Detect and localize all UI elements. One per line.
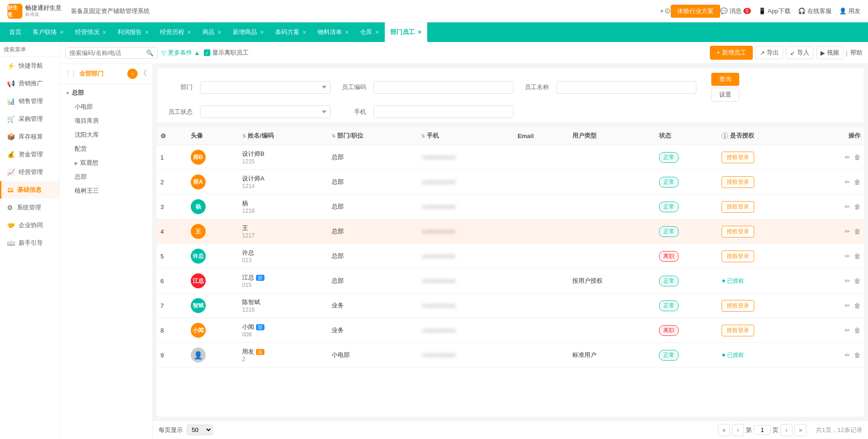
system-dropdown-icon[interactable]: ▼: [659, 8, 664, 14]
delete-icon[interactable]: 🗑: [854, 327, 861, 334]
dept-filter-select[interactable]: [200, 81, 331, 94]
tab-goods-close[interactable]: ✕: [217, 29, 222, 35]
delete-icon[interactable]: 🗑: [854, 153, 861, 161]
auth-info-icon[interactable]: ℹ: [722, 132, 728, 139]
export-btn[interactable]: ↗ 导出: [756, 46, 783, 59]
next-page-btn[interactable]: ›: [780, 424, 792, 436]
emp-name-input[interactable]: [556, 81, 696, 94]
tab-warehouse[interactable]: 仓库 ✕: [354, 22, 385, 42]
auth-btn[interactable]: 授权登录: [722, 300, 754, 312]
first-page-btn[interactable]: «: [718, 424, 730, 436]
auth-btn[interactable]: 授权登录: [722, 226, 754, 237]
dept-node-small-elec[interactable]: 小电部: [60, 100, 153, 114]
auth-btn[interactable]: 授权登录: [722, 251, 754, 262]
more-filter-btn[interactable]: ▽ 更多条件 ▲: [161, 49, 200, 57]
page-size-select[interactable]: 50 20 100: [187, 425, 213, 435]
delete-icon[interactable]: 🗑: [854, 252, 861, 260]
sidebar-item-inventory[interactable]: 📦 库存核算: [0, 128, 59, 146]
edit-icon[interactable]: ✏: [845, 302, 850, 309]
query-btn[interactable]: 查询: [711, 73, 739, 86]
tab-barcode-close[interactable]: ✕: [302, 29, 306, 35]
settings-icon[interactable]: ⚙: [664, 7, 671, 15]
tab-profit-close[interactable]: ✕: [145, 29, 149, 35]
tab-bom-close[interactable]: ✕: [345, 29, 349, 35]
user-menu[interactable]: 👤 用友: [839, 7, 861, 15]
emp-code-input[interactable]: [374, 81, 514, 94]
dept-node-project[interactable]: 项目库房: [60, 114, 153, 128]
last-page-btn[interactable]: »: [794, 424, 806, 436]
col-dept[interactable]: ⇅ 部门/职位: [328, 127, 417, 145]
search-icon[interactable]: 🔍: [146, 49, 153, 56]
show-resigned-toggle[interactable]: ✓ 显示离职员工: [204, 49, 249, 57]
delete-icon[interactable]: 🗑: [854, 178, 861, 186]
edit-icon[interactable]: ✏: [845, 203, 850, 210]
sidebar-item-collab[interactable]: 🤝 企业协同: [0, 216, 59, 234]
tab-new-goods[interactable]: 新增商品 ✕: [227, 22, 270, 42]
add-employee-btn[interactable]: + 新增员工: [710, 46, 752, 60]
sidebar-item-finance[interactable]: 💰 资金管理: [0, 146, 59, 163]
tab-customer[interactable]: 客户联络 ✕: [27, 22, 69, 42]
sidebar-search-input[interactable]: [4, 46, 60, 53]
tab-new-goods-close[interactable]: ✕: [260, 29, 264, 35]
dept-all-label[interactable]: 全部部门: [79, 70, 125, 78]
app-download-btn[interactable]: 📱 App下载: [758, 7, 791, 15]
delete-icon[interactable]: 🗑: [854, 277, 861, 285]
sidebar-item-system[interactable]: ⚙ 系统管理: [0, 199, 59, 216]
import-btn[interactable]: ↙ 导入: [786, 46, 813, 59]
status-filter-select[interactable]: [200, 105, 331, 118]
dept-collapse-btn[interactable]: 《: [139, 69, 147, 79]
tab-profit[interactable]: 利润报告 ✕: [112, 22, 154, 42]
tab-warehouse-close[interactable]: ✕: [375, 29, 379, 35]
delete-icon[interactable]: 🗑: [854, 302, 861, 309]
experience-btn[interactable]: 体验行业方案: [671, 5, 720, 18]
tab-goods[interactable]: 商品 ✕: [197, 22, 227, 42]
edit-icon[interactable]: ✏: [845, 178, 850, 186]
col-name[interactable]: ⇅ 姓名/编码: [238, 127, 328, 145]
search-input[interactable]: [69, 49, 144, 56]
dept-node-wangsam[interactable]: 植树王三: [60, 184, 153, 198]
auth-btn[interactable]: 授权登录: [722, 201, 754, 213]
sidebar-item-purchase[interactable]: 🛒 采购管理: [0, 110, 59, 128]
tab-dept-staff-close[interactable]: ✕: [417, 29, 422, 35]
sidebar-item-basic-info[interactable]: 🗂 基础信息: [0, 181, 59, 199]
edit-icon[interactable]: ✏: [845, 277, 850, 285]
page-input[interactable]: [754, 425, 771, 435]
sidebar-item-quick-nav[interactable]: ⚡ 快捷导航: [0, 57, 59, 75]
phone-input[interactable]: [374, 105, 514, 118]
view-btn[interactable]: ▶ 视频: [816, 46, 843, 59]
edit-icon[interactable]: ✏: [845, 228, 850, 235]
auth-btn[interactable]: 授权登录: [722, 176, 754, 188]
message-btn[interactable]: 💬 消息 6: [720, 7, 751, 15]
dept-node-hq[interactable]: 总部: [60, 170, 153, 184]
tab-home[interactable]: 首页: [4, 22, 27, 42]
reset-btn[interactable]: 设置: [711, 88, 739, 102]
delete-icon[interactable]: 🗑: [854, 203, 861, 210]
delete-icon[interactable]: 🗑: [854, 228, 861, 235]
prev-page-btn[interactable]: ‹: [732, 424, 744, 436]
tab-process-close[interactable]: ✕: [187, 29, 191, 35]
dept-add-btn[interactable]: +: [127, 69, 138, 79]
edit-icon[interactable]: ✏: [845, 351, 850, 359]
edit-icon[interactable]: ✏: [845, 327, 850, 334]
tab-process[interactable]: 经营历程 ✕: [154, 22, 197, 42]
tab-customer-close[interactable]: ✕: [60, 29, 64, 35]
dept-node-shenyang[interactable]: 沈阳大库: [60, 128, 153, 142]
tab-business[interactable]: 经营情况 ✕: [69, 22, 112, 42]
online-service-btn[interactable]: 🎧 在线客服: [798, 7, 832, 15]
help-btn[interactable]: 帮助: [850, 49, 862, 57]
edit-icon[interactable]: ✏: [845, 153, 850, 161]
delete-icon[interactable]: 🗑: [854, 351, 861, 359]
tab-business-close[interactable]: ✕: [102, 29, 106, 35]
col-settings[interactable]: ⚙: [157, 127, 187, 145]
auth-btn[interactable]: 授权登录: [722, 152, 754, 163]
auth-btn[interactable]: 授权登录: [722, 325, 754, 336]
dept-node-dispatch[interactable]: 配货: [60, 142, 153, 156]
tab-barcode[interactable]: 条码方案 ✕: [270, 22, 312, 42]
sidebar-item-sales[interactable]: 📊 销售管理: [0, 92, 59, 110]
tab-bom[interactable]: 物料清单 ✕: [312, 22, 354, 42]
sidebar-item-operation[interactable]: 📈 经营管理: [0, 163, 59, 181]
edit-icon[interactable]: ✏: [845, 252, 850, 260]
sidebar-item-marketing[interactable]: 📢 营销推广: [0, 75, 59, 92]
col-phone[interactable]: ⇅ 手机: [417, 127, 514, 145]
dept-node-double[interactable]: ▶ 双鹿想: [60, 156, 153, 170]
